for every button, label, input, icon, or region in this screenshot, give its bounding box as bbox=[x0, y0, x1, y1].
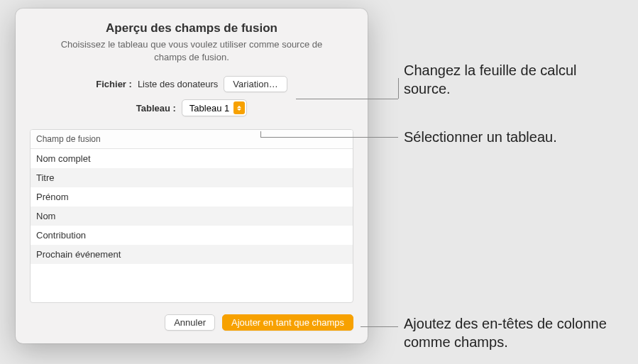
callout-line bbox=[260, 137, 398, 138]
file-row: Fichier : Liste des donateurs Variation… bbox=[30, 76, 353, 92]
list-item[interactable]: Prochain événement bbox=[31, 245, 353, 264]
table-label: Tableau : bbox=[136, 103, 176, 114]
table-select[interactable]: Tableau 1 bbox=[182, 99, 247, 116]
callout-add-headers: Ajoutez des en-têtes de colonne comme ch… bbox=[404, 314, 631, 351]
table-select-value: Tableau 1 bbox=[189, 103, 229, 114]
cancel-button[interactable]: Annuler bbox=[165, 314, 215, 331]
callout-line bbox=[296, 99, 398, 99]
modal-title: Aperçu des champs de fusion bbox=[30, 21, 353, 35]
change-file-button[interactable]: Variation… bbox=[224, 76, 287, 92]
callout-line bbox=[398, 78, 399, 99]
chevron-updown-icon bbox=[233, 101, 245, 114]
merge-fields-preview-modal: Aperçu des champs de fusion Choisissez l… bbox=[16, 9, 368, 343]
fields-column-header: Champ de fusion bbox=[31, 130, 353, 149]
list-item[interactable]: Titre bbox=[31, 168, 353, 187]
file-value: Liste des donateurs bbox=[138, 79, 218, 89]
callout-change-source: Changez la feuille de calcul source. bbox=[404, 61, 617, 98]
merge-fields-list: Champ de fusion Nom complet Titre Prénom… bbox=[30, 129, 353, 303]
callout-line bbox=[260, 131, 261, 137]
table-row: Tableau : Tableau 1 bbox=[30, 99, 353, 116]
callout-select-table: Sélectionner un tableau. bbox=[404, 128, 624, 146]
add-as-fields-button[interactable]: Ajouter en tant que champs bbox=[222, 314, 353, 331]
file-label: Fichier : bbox=[96, 79, 132, 89]
callout-line bbox=[361, 326, 398, 327]
list-item[interactable]: Prénom bbox=[31, 187, 353, 206]
list-item[interactable]: Nom bbox=[31, 206, 353, 226]
modal-subtitle: Choisissez le tableau que vous voulez ut… bbox=[30, 38, 353, 63]
list-item[interactable]: Contribution bbox=[31, 226, 353, 245]
modal-footer: Annuler Ajouter en tant que champs bbox=[30, 314, 353, 331]
list-item[interactable]: Nom complet bbox=[31, 149, 353, 168]
